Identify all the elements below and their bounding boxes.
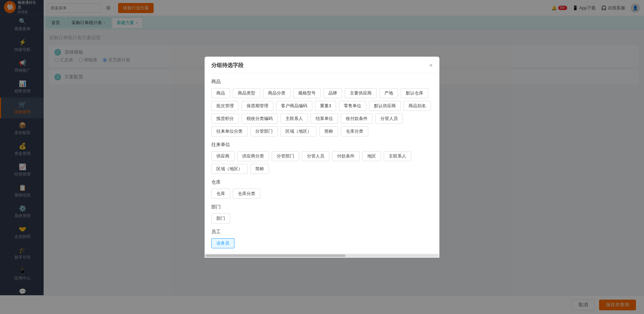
warehouse-tags: 仓库 仓库分类 [211,189,433,199]
field-tag-goods-10[interactable]: 客户商品编码 [276,101,312,111]
field-tag-goods-20[interactable]: 分管人员 [375,114,403,124]
section-employee-label: 员工 [211,229,433,235]
hscroll-thumb [205,254,345,257]
field-tag-goods-9[interactable]: 保质期管理 [241,101,273,111]
field-tag-partner-6[interactable]: 主联系人 [384,151,411,161]
field-tag-goods-22[interactable]: 分管部门 [250,126,278,136]
modal-overlay: 分组待选字段 × 商品 商品 商品类型 商品分类 规格型号 品牌 主要供应商 产… [0,0,644,314]
employee-tags: 业务员 [211,238,433,248]
field-tag-warehouse-0[interactable]: 仓库 [211,189,230,199]
section-department: 部门 部门 [211,204,433,224]
field-tag-partner-4[interactable]: 付款条件 [332,151,360,161]
field-tag-goods-12[interactable]: 零售单位 [339,101,366,111]
section-goods: 商品 商品 商品类型 商品分类 规格型号 品牌 主要供应商 产地 默认仓库 批次… [211,79,433,136]
field-tag-goods-2[interactable]: 商品分类 [263,88,290,98]
section-partner-label: 往来单位 [211,142,433,148]
modal-hscrollbar[interactable] [205,254,439,258]
field-tag-goods-17[interactable]: 主联系人 [280,114,308,124]
field-tag-goods-18[interactable]: 结算单位 [311,114,338,124]
field-tag-dept-0[interactable]: 部门 [211,213,230,224]
hscroll-track [205,254,439,257]
modal-title: 分组待选字段 [211,62,244,69]
field-tag-goods-14[interactable]: 商品别名 [404,101,431,111]
field-tag-goods-6[interactable]: 产地 [379,88,398,98]
field-tag-partner-5[interactable]: 地区 [362,151,381,161]
section-warehouse-label: 仓库 [211,179,433,185]
field-tag-emp-0[interactable]: 业务员 [211,238,234,248]
field-tag-goods-7[interactable]: 默认仓库 [401,88,428,98]
partner-tags: 供应商 供应商分类 分管部门 分管人员 付款条件 地区 主联系人 区域（地区） … [211,151,433,174]
field-select-modal: 分组待选字段 × 商品 商品 商品类型 商品分类 规格型号 品牌 主要供应商 产… [205,57,439,258]
field-tag-goods-23[interactable]: 区域（地区） [280,126,317,136]
section-goods-label: 商品 [211,79,433,85]
section-employee: 员工 业务员 [211,229,433,248]
field-tag-goods-8[interactable]: 批次管理 [211,101,239,111]
field-tag-goods-1[interactable]: 商品类型 [233,88,260,98]
modal-close-button[interactable]: × [429,62,433,69]
modal-body[interactable]: 商品 商品 商品类型 商品分类 规格型号 品牌 主要供应商 产地 默认仓库 批次… [205,73,439,254]
field-tag-partner-7[interactable]: 区域（地区） [211,164,248,174]
field-tag-partner-3[interactable]: 分管人员 [302,151,329,161]
field-tag-goods-4[interactable]: 品牌 [323,88,342,98]
field-tag-goods-0[interactable]: 商品 [211,88,230,98]
modal-header: 分组待选字段 × [205,57,439,73]
field-tag-partner-8[interactable]: 简称 [250,164,269,174]
field-tag-goods-24[interactable]: 简称 [319,126,338,136]
field-tag-goods-3[interactable]: 规格型号 [293,88,321,98]
field-tag-partner-0[interactable]: 供应商 [211,151,234,161]
field-tag-goods-19[interactable]: 收付款条件 [341,114,373,124]
field-tag-goods-15[interactable]: 拣货积分 [211,114,239,124]
field-tag-warehouse-1[interactable]: 仓库分类 [233,189,260,199]
section-partner: 往来单位 供应商 供应商分类 分管部门 分管人员 付款条件 地区 主联系人 区域… [211,142,433,174]
field-tag-goods-21[interactable]: 往来单位分类 [211,126,248,136]
field-tag-goods-25[interactable]: 仓库分类 [341,126,368,136]
goods-tags: 商品 商品类型 商品分类 规格型号 品牌 主要供应商 产地 默认仓库 批次管理 … [211,88,433,136]
field-tag-partner-1[interactable]: 供应商分类 [237,151,269,161]
field-tag-partner-2[interactable]: 分管部门 [272,151,299,161]
section-department-label: 部门 [211,204,433,210]
section-warehouse: 仓库 仓库 仓库分类 [211,179,433,199]
department-tags: 部门 [211,213,433,224]
field-tag-goods-16[interactable]: 税收分类编码 [241,114,278,124]
field-tag-goods-13[interactable]: 默认供应商 [369,101,401,111]
field-tag-goods-5[interactable]: 主要供应商 [345,88,377,98]
field-tag-goods-11[interactable]: 重量3 [315,101,336,111]
